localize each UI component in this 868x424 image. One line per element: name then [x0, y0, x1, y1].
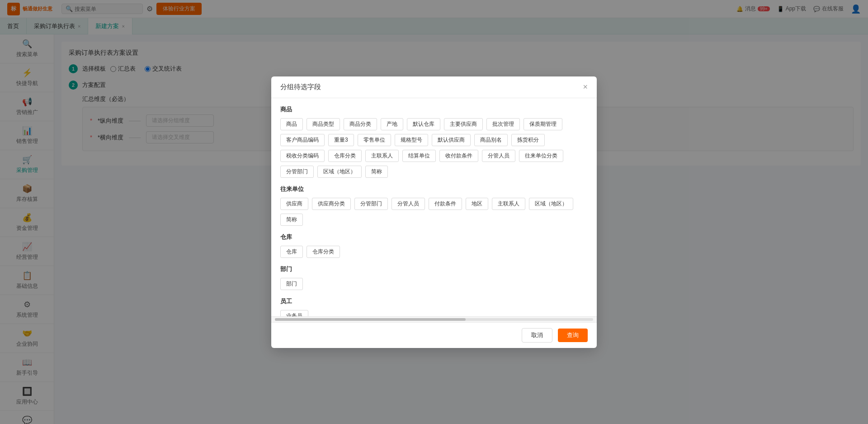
field-tag-supplier[interactable]: 供应商: [280, 198, 308, 210]
field-tag-region-partner[interactable]: 地区: [466, 198, 488, 210]
field-tag-salesperson[interactable]: 业务员: [280, 310, 308, 317]
field-tag-short-name-partner[interactable]: 简称: [280, 214, 303, 226]
field-tag-default-warehouse[interactable]: 默认仓库: [407, 118, 440, 130]
field-tag-short-name-goods[interactable]: 简称: [365, 166, 388, 178]
field-tag-supplier-category[interactable]: 供应商分类: [312, 198, 351, 210]
modal-field-select: 分组待选字段 × 商品 商品 商品类型 商品分类 产地 默认仓库 主要供应商 批…: [271, 76, 597, 348]
modal-footer: 取消 查询: [271, 322, 597, 348]
modal-close-btn[interactable]: ×: [583, 83, 588, 91]
field-tag-department[interactable]: 部门: [280, 278, 303, 290]
field-tag-main-contact-partner[interactable]: 主联系人: [492, 198, 525, 210]
field-tag-warehouse-category[interactable]: 仓库分类: [328, 150, 362, 162]
field-tag-goods-category[interactable]: 商品分类: [344, 118, 377, 130]
field-tag-customer-code[interactable]: 客户商品编码: [280, 134, 325, 146]
goods-field-tags: 商品 商品类型 商品分类 产地 默认仓库 主要供应商 批次管理 保质期管理 客户…: [280, 118, 588, 178]
warehouse-field-tags: 仓库 仓库分类: [280, 246, 588, 258]
field-tag-region-goods[interactable]: 区域（地区）: [317, 166, 362, 178]
field-tag-goods-alias[interactable]: 商品别名: [474, 134, 508, 146]
modal-body: 商品 商品 商品类型 商品分类 产地 默认仓库 主要供应商 批次管理 保质期管理…: [271, 98, 597, 317]
section-partner-title: 往来单位: [280, 185, 588, 193]
field-tag-spec-model[interactable]: 规格型号: [395, 134, 428, 146]
scrollbar-thumb: [275, 318, 466, 321]
confirm-button[interactable]: 查询: [558, 329, 588, 342]
field-tag-payment-terms[interactable]: 收付款条件: [439, 150, 478, 162]
field-tag-dept-partner[interactable]: 分管部门: [354, 198, 388, 210]
section-employee-title: 员工: [280, 297, 588, 305]
partner-field-tags: 供应商 供应商分类 分管部门 分管人员 付款条件 地区 主联系人 区域（地区） …: [280, 198, 588, 226]
section-warehouse-title: 仓库: [280, 233, 588, 241]
field-tag-goods-type[interactable]: 商品类型: [307, 118, 340, 130]
horizontal-scrollbar[interactable]: [275, 318, 593, 321]
section-goods: 商品 商品 商品类型 商品分类 产地 默认仓库 主要供应商 批次管理 保质期管理…: [280, 105, 588, 178]
field-tag-warehouse-cat[interactable]: 仓库分类: [307, 246, 340, 258]
section-goods-title: 商品: [280, 105, 588, 114]
department-field-tags: 部门: [280, 278, 588, 290]
section-employee: 员工 业务员: [280, 297, 588, 317]
field-tag-settlement-unit[interactable]: 结算单位: [402, 150, 436, 162]
field-tag-warehouse[interactable]: 仓库: [280, 246, 303, 258]
field-tag-tax-code[interactable]: 税收分类编码: [280, 150, 325, 162]
field-tag-manager[interactable]: 分管人员: [482, 150, 515, 162]
modal-overlay: 分组待选字段 × 商品 商品 商品类型 商品分类 产地 默认仓库 主要供应商 批…: [0, 0, 868, 424]
field-tag-region-area-partner[interactable]: 区域（地区）: [529, 198, 573, 210]
modal-scrollbar-area: [271, 316, 597, 322]
modal-title: 分组待选字段: [280, 83, 321, 91]
section-partner: 往来单位 供应商 供应商分类 分管部门 分管人员 付款条件 地区 主联系人 区域…: [280, 185, 588, 226]
field-tag-default-supplier[interactable]: 默认供应商: [432, 134, 471, 146]
field-tag-origin[interactable]: 产地: [381, 118, 403, 130]
section-department: 部门 部门: [280, 265, 588, 290]
field-tag-pick-score[interactable]: 拣货积分: [511, 134, 545, 146]
field-tag-payment-cond[interactable]: 付款条件: [429, 198, 462, 210]
field-tag-goods[interactable]: 商品: [280, 118, 303, 130]
cancel-button[interactable]: 取消: [522, 328, 552, 343]
field-tag-quality-mgmt[interactable]: 保质期管理: [524, 118, 562, 130]
field-tag-manager-partner[interactable]: 分管人员: [392, 198, 425, 210]
employee-field-tags: 业务员: [280, 310, 588, 317]
field-tag-dept-mgmt[interactable]: 分管部门: [280, 166, 314, 178]
field-tag-main-supplier[interactable]: 主要供应商: [444, 118, 483, 130]
field-tag-main-contact[interactable]: 主联系人: [365, 150, 399, 162]
field-tag-retail-unit[interactable]: 零售单位: [358, 134, 391, 146]
field-tag-partner-category[interactable]: 往来单位分类: [519, 150, 563, 162]
modal-header: 分组待选字段 ×: [271, 76, 597, 98]
section-department-title: 部门: [280, 265, 588, 273]
field-tag-weight3[interactable]: 重量3: [328, 134, 354, 146]
field-tag-batch-mgmt[interactable]: 批次管理: [486, 118, 520, 130]
section-warehouse: 仓库 仓库 仓库分类: [280, 233, 588, 258]
